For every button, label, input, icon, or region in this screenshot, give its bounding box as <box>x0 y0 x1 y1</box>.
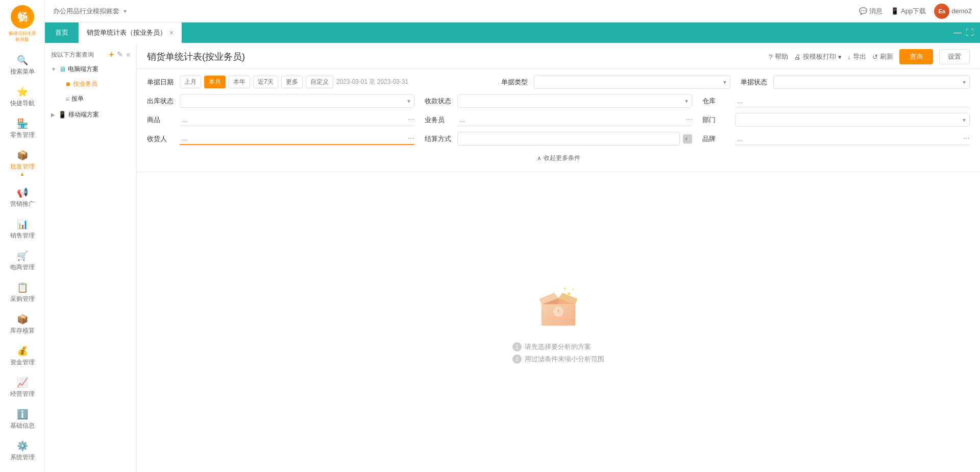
date-btn-this-year[interactable]: 本年 <box>229 76 250 88</box>
date-btn-this-month[interactable]: 本月 <box>204 76 226 88</box>
tree-collapse-icon: ▶ <box>51 112 55 117</box>
sidebar-item-management[interactable]: 📈 经营管理 <box>0 372 44 404</box>
payment-clear-btn[interactable]: × <box>683 134 692 144</box>
consignee-dots[interactable]: ··· <box>408 134 414 143</box>
sidebar-item-finance-label: 资金管理 <box>10 358 35 367</box>
tree-mobile-scheme[interactable]: ▶ 📱 移动端方案 <box>45 108 136 122</box>
filter-outstatus-item: 出库状态 <box>147 94 414 108</box>
sidebar-item-retail[interactable]: 🏪 零售管理 <box>0 113 44 145</box>
edit-scheme-btn[interactable]: ✎ <box>117 50 123 59</box>
tree-order-item[interactable]: ≡ 按单 <box>55 92 136 106</box>
date-btn-more[interactable]: 更多 <box>281 76 303 88</box>
warehouse-input[interactable] <box>735 95 970 107</box>
filter-type-item: 单据类型 <box>501 75 730 89</box>
goods-input[interactable] <box>180 114 408 126</box>
sidebar-item-marketing[interactable]: 📢 营销推广 <box>0 182 44 214</box>
consignee-label: 收货人 <box>147 134 176 144</box>
sidebar-item-sales-label: 销售管理 <box>10 231 35 240</box>
sidebar-item-finance[interactable]: 💰 资金管理 <box>0 340 44 372</box>
sidebar-item-system[interactable]: ⚙️ 系统管理 <box>0 435 44 467</box>
sidebar-item-ecommerce[interactable]: 🛒 电商管理 <box>0 245 44 277</box>
collapse-icon: ∧ <box>537 155 542 162</box>
status-select[interactable] <box>773 75 970 89</box>
filter-row-4: 收货人 ··· 结算方式 × <box>147 132 970 146</box>
tabbar: 首页 销货单统计表（按业务员） × — ⛶ <box>45 22 980 43</box>
collapse-panel-btn[interactable]: « <box>126 50 130 59</box>
star-icon: ⭐ <box>17 86 28 98</box>
tab-active[interactable]: 销货单统计表（按业务员） × <box>79 22 182 43</box>
sidebar-item-basic[interactable]: ℹ️ 基础信息 <box>0 404 44 435</box>
salesperson-label: 业务员 <box>425 115 453 125</box>
message-icon: 💬 <box>859 7 867 15</box>
brand-dots[interactable]: ··· <box>963 134 970 143</box>
tab-home[interactable]: 首页 <box>45 22 79 43</box>
tip2-num: 2 <box>512 355 522 364</box>
collapse-btn[interactable]: ∧ 收起更多条件 <box>147 151 970 166</box>
template-print-btn[interactable]: 🖨 按模板打印 ▾ <box>794 52 842 61</box>
topbar-title: 办公用品行业模拟账套 <box>53 7 119 16</box>
salesperson-control: ··· <box>457 114 692 126</box>
template-print-label: 按模板打印 <box>803 52 836 61</box>
date-btn-last-month[interactable]: 上月 <box>180 76 201 88</box>
export-btn[interactable]: ↓ 导出 <box>848 52 867 61</box>
goods-dots[interactable]: ··· <box>408 115 414 124</box>
tab-close-icon[interactable]: × <box>169 29 174 37</box>
sidebar-item-inventory[interactable]: 📦 库存核算 <box>0 309 44 340</box>
empty-icon: ! <box>533 281 584 332</box>
main-area: 办公用品行业模拟账套 ▾ 💬 消息 📱 App下载 Ea demo2 首页 销货… <box>45 0 980 472</box>
filter-warehouse-item: 仓库 <box>702 95 970 107</box>
topbar-dropdown-arrow[interactable]: ▾ <box>124 8 127 15</box>
purchase-icon: 📋 <box>17 282 28 293</box>
sidebar-item-collab[interactable]: 🤝 企业协同 <box>0 467 44 472</box>
left-panel: 按以下方案查询 + ✎ « ▼ 🖥 电脑端方案 ● 按业务员 ≡ <box>45 43 137 472</box>
page-title: 销货单统计表(按业务员) <box>147 51 245 63</box>
app-download-action[interactable]: 📱 App下载 <box>891 7 926 16</box>
payment-select[interactable] <box>457 132 680 146</box>
sidebar-item-sales[interactable]: 📊 销售管理 <box>0 214 44 245</box>
consignee-input[interactable] <box>180 132 408 144</box>
topbar-left: 办公用品行业模拟账套 ▾ <box>53 7 127 16</box>
sidebar-item-wholesale[interactable]: 📦 批发管理 ▲ <box>0 145 44 182</box>
query-btn[interactable]: 查询 <box>899 49 933 64</box>
type-select[interactable] <box>534 75 730 89</box>
settings-btn[interactable]: 设置 <box>939 49 970 64</box>
refresh-btn[interactable]: ↺ 刷新 <box>872 52 893 61</box>
add-scheme-btn[interactable]: + <box>109 50 114 59</box>
date-btn-7days[interactable]: 近7天 <box>253 76 278 88</box>
sidebar-item-ecommerce-label: 电商管理 <box>10 263 35 272</box>
collectstatus-label: 收款状态 <box>425 97 453 106</box>
sidebar-item-quicknav[interactable]: ⭐ 快捷导航 <box>0 81 44 113</box>
dept-select[interactable] <box>735 113 970 127</box>
logo-text: 畅捷信好生意 标准版 <box>9 31 36 42</box>
tip-item-2: 2 用过滤条件来缩小分析范围 <box>512 355 604 364</box>
tree-salesperson-label: 按业务员 <box>73 80 97 88</box>
sidebar-item-wholesale-label: 批发管理 <box>10 162 35 171</box>
message-action[interactable]: 💬 消息 <box>859 7 883 16</box>
outstatus-select[interactable] <box>180 94 414 108</box>
salesperson-dots[interactable]: ··· <box>685 115 692 124</box>
sidebar-item-basic-label: 基础信息 <box>10 421 35 430</box>
sidebar-item-marketing-label: 营销推广 <box>10 200 35 208</box>
avatar[interactable]: Ea <box>934 4 949 19</box>
salesperson-input[interactable] <box>457 114 685 126</box>
tab-maximize-btn[interactable]: ⛶ <box>966 28 974 37</box>
tree-pc-scheme[interactable]: ▼ 🖥 电脑端方案 <box>45 62 136 76</box>
brand-label: 品牌 <box>702 134 731 144</box>
tab-minimize-btn[interactable]: — <box>953 28 962 37</box>
brand-input[interactable] <box>735 133 963 145</box>
svg-point-7 <box>564 287 566 289</box>
collectstatus-select[interactable] <box>457 94 692 108</box>
refresh-icon: ↺ <box>872 53 878 61</box>
sidebar-item-search[interactable]: 🔍 搜索菜单 <box>0 50 44 81</box>
svg-point-6 <box>573 289 574 290</box>
user-action[interactable]: Ea demo2 <box>934 4 972 19</box>
filter-area: 单据日期 上月 本月 本年 近7天 更多 自定义 2023-03-01 至 20… <box>137 69 980 172</box>
tree-salesperson-item[interactable]: ● 按业务员 <box>55 76 136 92</box>
date-btn-custom[interactable]: 自定义 <box>306 76 333 88</box>
topbar: 办公用品行业模拟账套 ▾ 💬 消息 📱 App下载 Ea demo2 <box>45 0 980 22</box>
app-logo[interactable]: 畅 畅捷信好生意 标准版 <box>0 0 44 48</box>
help-label: 帮助 <box>775 52 788 61</box>
help-btn[interactable]: ? 帮助 <box>769 52 788 61</box>
sidebar-nav: 🔍 搜索菜单 ⭐ 快捷导航 🏪 零售管理 📦 批发管理 ▲ 📢 营销推广 📊 销… <box>0 48 44 472</box>
sidebar-item-purchase[interactable]: 📋 采购管理 <box>0 277 44 309</box>
